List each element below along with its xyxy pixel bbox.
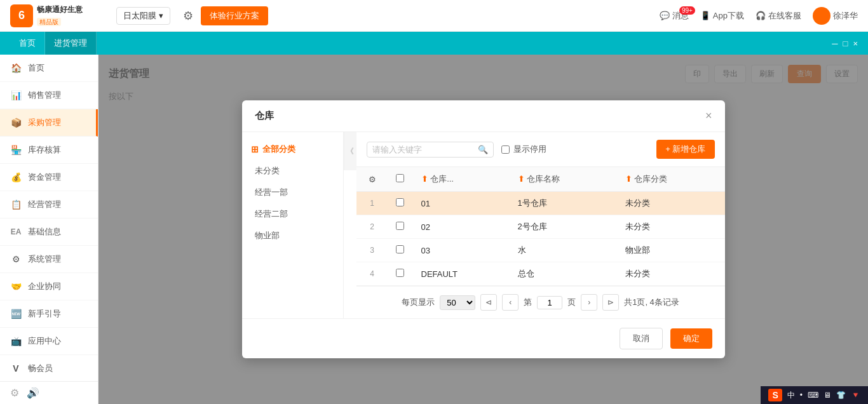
nav-tab-home[interactable]: 首页 bbox=[10, 32, 45, 55]
row-category-1: 未分类 bbox=[618, 192, 725, 215]
sidebar-item-sales[interactable]: 📊 销售管理 bbox=[0, 82, 98, 109]
logo-badge-wrapper: 精品版 bbox=[37, 17, 83, 27]
dropdown-arrow-icon: ▾ bbox=[159, 11, 163, 20]
headset-icon: 🎧 bbox=[756, 11, 766, 20]
sort-icon2: ⬆ bbox=[518, 174, 525, 184]
guide-icon: 🆕 bbox=[10, 308, 22, 320]
modal-main-content: 🔍 显示停用 + 新增仓库 bbox=[356, 132, 725, 318]
row-checkbox-2[interactable] bbox=[388, 215, 414, 239]
sidebar-item-basic-info[interactable]: EA 基础信息 bbox=[0, 219, 98, 246]
page-input[interactable] bbox=[537, 296, 562, 309]
store-selector[interactable]: 日太阳膜 ▾ bbox=[116, 7, 170, 25]
row-checkbox-1[interactable] bbox=[388, 192, 414, 215]
status-dot: • bbox=[800, 391, 803, 400]
search-input[interactable] bbox=[372, 145, 474, 154]
user-profile[interactable]: 徐泽华 bbox=[813, 7, 858, 25]
basic-info-icon: EA bbox=[10, 226, 22, 238]
table-row[interactable]: 1 01 1号仓库 未分类 bbox=[356, 192, 725, 215]
row-category-2: 未分类 bbox=[618, 215, 725, 239]
row-name-4: 总仓 bbox=[510, 262, 618, 286]
nav-window-controls: ─ □ × bbox=[832, 39, 858, 48]
last-page-button[interactable]: ⊳ bbox=[602, 294, 619, 311]
trial-button[interactable]: 体验行业方案 bbox=[201, 6, 268, 25]
confirm-button[interactable]: 确定 bbox=[670, 328, 712, 349]
sidebar-item-membership[interactable]: V 畅会员 bbox=[0, 355, 98, 382]
row-num-1: 1 bbox=[356, 192, 388, 215]
store-name: 日太阳膜 bbox=[123, 10, 156, 22]
modal-close-button[interactable]: × bbox=[705, 109, 712, 123]
main-layout: 🏠 首页 📊 销售管理 📦 采购管理 🏪 库存核算 💰 资金管理 📋 经营管理 … bbox=[0, 55, 868, 404]
sidebar-label-enterprise: 企业协同 bbox=[28, 281, 61, 292]
sidebar-item-enterprise[interactable]: 🤝 企业协同 bbox=[0, 273, 98, 300]
operations-icon: 📋 bbox=[10, 199, 22, 210]
status-bar: S 中 • ⌨ 🖥 👕 🔻 bbox=[761, 386, 868, 404]
modal-backdrop: 仓库 × ⊞ 全部分类 未分类 经营一部 经营二部 物业部 bbox=[98, 55, 868, 404]
category-item-uncategorized[interactable]: 未分类 bbox=[242, 160, 343, 182]
logo-area: 6 畅康通好生意 精品版 bbox=[10, 4, 109, 27]
message-icon: 💬 bbox=[660, 11, 670, 20]
sidebar-item-inventory[interactable]: 🏪 库存核算 bbox=[0, 137, 98, 164]
sidebar-label-finance: 资金管理 bbox=[28, 172, 61, 183]
sidebar-item-purchase[interactable]: 📦 采购管理 bbox=[0, 109, 98, 137]
modal-footer: 取消 确定 bbox=[242, 318, 725, 358]
pagination: 每页显示 50 10 20 100 ⊲ ‹ 第 页 bbox=[356, 286, 725, 318]
col-category-header: ⬆ 仓库分类 bbox=[618, 167, 725, 192]
logo-badge: 精品版 bbox=[37, 18, 61, 26]
sidebar-label-apps: 应用中心 bbox=[28, 335, 61, 347]
first-page-button[interactable]: ⊲ bbox=[480, 294, 497, 311]
collapse-sidebar-button[interactable]: 《 bbox=[344, 132, 356, 170]
sidebar-item-guide[interactable]: 🆕 新手引导 bbox=[0, 300, 98, 328]
settings-icon[interactable]: ⚙ bbox=[183, 9, 193, 23]
sidebar-item-home[interactable]: 🏠 首页 bbox=[0, 55, 98, 82]
category-all[interactable]: ⊞ 全部分类 bbox=[242, 138, 343, 160]
search-box[interactable]: 🔍 bbox=[367, 142, 494, 158]
row-num-3: 3 bbox=[356, 239, 388, 262]
customer-service-item[interactable]: 🎧 在线客服 bbox=[756, 10, 801, 22]
minimize-icon[interactable]: ─ bbox=[832, 39, 837, 48]
nav-tab-purchase[interactable]: 进货管理 bbox=[45, 32, 97, 55]
row-num-4: 4 bbox=[356, 262, 388, 286]
row-checkbox-4[interactable] bbox=[388, 262, 414, 286]
sidebar-label-inventory: 库存核算 bbox=[28, 144, 61, 156]
select-all-checkbox[interactable] bbox=[396, 174, 404, 182]
show-disabled-checkbox[interactable] bbox=[501, 145, 510, 154]
category-item-operations1[interactable]: 经营一部 bbox=[242, 182, 343, 203]
app-download-icon: 📱 bbox=[700, 11, 710, 20]
maximize-icon[interactable]: □ bbox=[843, 39, 848, 48]
category-item-operations2[interactable]: 经营二部 bbox=[242, 203, 343, 225]
app-download-item[interactable]: 📱 App下载 bbox=[700, 10, 744, 22]
avatar bbox=[813, 7, 831, 25]
table-row[interactable]: 3 03 水 物业部 bbox=[356, 239, 725, 262]
row-checkbox-3[interactable] bbox=[388, 239, 414, 262]
warehouse-modal: 仓库 × ⊞ 全部分类 未分类 经营一部 经营二部 物业部 bbox=[242, 100, 725, 358]
sidebar-item-finance[interactable]: 💰 资金管理 bbox=[0, 164, 98, 191]
table-row[interactable]: 2 02 2号仓库 未分类 bbox=[356, 215, 725, 239]
sidebar: 🏠 首页 📊 销售管理 📦 采购管理 🏪 库存核算 💰 资金管理 📋 经营管理 … bbox=[0, 55, 98, 404]
warehouse-table: ⚙ ⬆ 仓库... ⬆ 仓库名称 bbox=[356, 167, 725, 286]
table-row[interactable]: 4 DEFAULT 总仓 未分类 bbox=[356, 262, 725, 286]
per-page-label: 每页显示 bbox=[402, 297, 435, 308]
status-shirt: 👕 bbox=[836, 391, 846, 400]
next-page-button[interactable]: › bbox=[581, 294, 597, 311]
row-name-1: 1号仓库 bbox=[510, 192, 618, 215]
status-arrow: 🔻 bbox=[851, 391, 860, 400]
status-keyboard: ⌨ bbox=[808, 391, 818, 400]
total-records: 共1页, 4条记录 bbox=[624, 297, 679, 308]
category-item-property[interactable]: 物业部 bbox=[242, 225, 343, 246]
message-item[interactable]: 💬 消息 99+ bbox=[660, 10, 689, 22]
search-icon[interactable]: 🔍 bbox=[478, 145, 488, 154]
cancel-button[interactable]: 取消 bbox=[620, 328, 663, 349]
close-window-icon[interactable]: × bbox=[853, 39, 858, 48]
add-warehouse-button[interactable]: + 新增仓库 bbox=[656, 140, 714, 159]
sidebar-item-apps[interactable]: 📺 应用中心 bbox=[0, 328, 98, 355]
show-disabled-checkbox-label[interactable]: 显示停用 bbox=[501, 144, 546, 155]
per-page-select[interactable]: 50 10 20 100 bbox=[440, 295, 475, 310]
sidebar-item-operations[interactable]: 📋 经营管理 bbox=[0, 191, 98, 219]
speaker-icon[interactable]: 🔊 bbox=[27, 387, 39, 399]
sidebar-label-purchase: 采购管理 bbox=[28, 117, 61, 128]
category-sidebar: ⊞ 全部分类 未分类 经营一部 经营二部 物业部 bbox=[242, 132, 344, 318]
sidebar-item-system[interactable]: ⚙ 系统管理 bbox=[0, 246, 98, 273]
settings-bottom-icon[interactable]: ⚙ bbox=[10, 387, 19, 399]
prev-page-button[interactable]: ‹ bbox=[502, 294, 519, 311]
status-brand: S bbox=[768, 389, 782, 401]
